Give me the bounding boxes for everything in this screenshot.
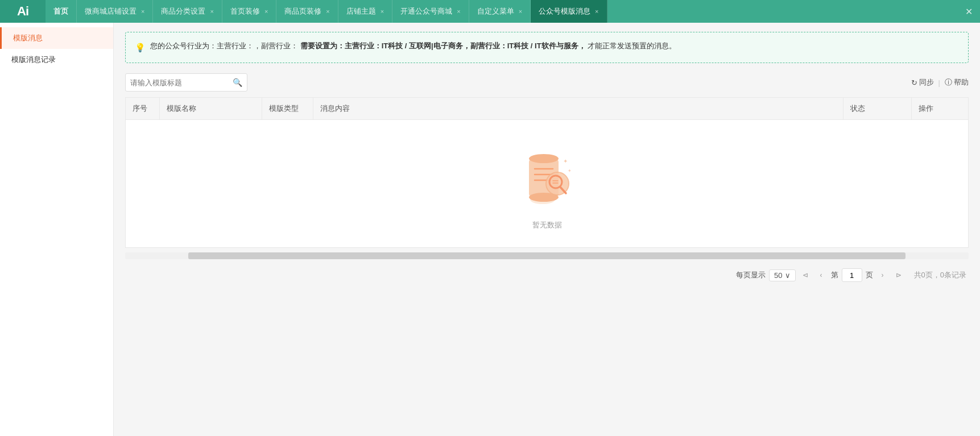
app-logo: Ai <box>0 0 46 23</box>
close-home-decoration-icon[interactable]: × <box>264 8 268 15</box>
close-custom-menu-icon[interactable]: × <box>519 8 522 15</box>
per-page-label: 每页显示 <box>736 270 766 280</box>
nav-tab-shop-settings-label: 微商城店铺设置 <box>85 6 137 16</box>
help-circle-icon: ⓘ <box>945 77 952 88</box>
nav-tab-template-message-label: 公众号模版消息 <box>539 6 590 16</box>
search-input-wrap[interactable]: 🔍 <box>125 73 247 92</box>
nav-tab-product-decoration-label: 商品页装修 <box>284 6 321 16</box>
close-open-wechat-mall-icon[interactable]: × <box>457 8 460 15</box>
sync-label: 同步 <box>919 77 934 88</box>
last-page-button[interactable]: ⊳ <box>892 269 905 281</box>
pagination: 每页显示 50 ∨ ⊲ ‹ 第 页 › ⊳ 共0页，0条记录 <box>125 264 969 286</box>
bulb-icon: 💡 <box>135 41 146 55</box>
svg-text:✦: ✦ <box>563 158 568 164</box>
per-page-value: 50 <box>774 271 782 280</box>
col-header-status: 状态 <box>843 98 912 120</box>
svg-text:✦: ✦ <box>568 168 572 173</box>
sync-button[interactable]: ↻ 同步 <box>911 77 934 88</box>
close-all-tabs-button[interactable]: ✕ <box>957 0 980 23</box>
per-page-dropdown-icon: ∨ <box>785 271 791 280</box>
nav-tab-home-decoration[interactable]: 首页装修 × <box>222 0 276 23</box>
sidebar-item-template-message-record[interactable]: 模版消息记录 <box>0 49 113 70</box>
page-number-input[interactable] <box>842 268 862 282</box>
toolbar: 🔍 ↻ 同步 | ⓘ 帮助 <box>125 73 969 92</box>
table-header-row: 序号 模版名称 模版类型 消息内容 状态 操作 <box>126 98 969 120</box>
nav-tab-store-theme-label: 店铺主题 <box>346 6 376 16</box>
close-product-decoration-icon[interactable]: × <box>326 8 329 15</box>
empty-illustration: ✦ ✦ <box>513 143 581 211</box>
nav-tab-custom-menu[interactable]: 自定义菜单 × <box>469 0 531 23</box>
nav-tab-open-wechat-mall[interactable]: 开通公众号商城 × <box>392 0 469 23</box>
nav-tabs: 首页 微商城店铺设置 × 商品分类设置 × 首页装修 × 商品页装修 × 店铺主… <box>46 0 957 23</box>
data-table: 序号 模版名称 模版类型 消息内容 状态 操作 <box>125 97 969 248</box>
nav-tab-home-label: 首页 <box>53 6 68 16</box>
info-banner-highlight: 需要设置为：主营行业：IT科技 / 互联网|电子商务，副营行业：IT科技 / I… <box>300 41 586 50</box>
col-header-name: 模版名称 <box>160 98 262 120</box>
scrollbar-thumb[interactable] <box>188 252 905 259</box>
nav-tab-shop-settings[interactable]: 微商城店铺设置 × <box>77 0 153 23</box>
horizontal-scrollbar[interactable] <box>125 252 969 259</box>
col-header-type: 模版类型 <box>262 98 313 120</box>
search-input[interactable] <box>130 78 233 87</box>
nav-tab-home[interactable]: 首页 <box>46 0 77 23</box>
nav-tab-home-decoration-label: 首页装修 <box>230 6 260 16</box>
svg-point-2 <box>529 154 559 163</box>
info-banner-text: 您的公众号行业为：主营行业：，副营行业： 需要设置为：主营行业：IT科技 / 互… <box>150 40 676 52</box>
sidebar-item-template-message[interactable]: 模版消息 <box>0 27 113 49</box>
help-button[interactable]: ⓘ 帮助 <box>945 77 969 88</box>
close-shop-settings-icon[interactable]: × <box>141 8 144 15</box>
sync-icon: ↻ <box>911 78 917 87</box>
empty-text: 暂无数据 <box>532 220 562 230</box>
toolbar-left: 🔍 <box>125 73 247 92</box>
sidebar: 模版消息 模版消息记录 <box>0 23 114 436</box>
empty-state: ✦ ✦ 暂无数据 <box>126 120 968 247</box>
total-info: 共0页，0条记录 <box>914 270 966 280</box>
empty-svg: ✦ ✦ <box>513 143 581 211</box>
nav-tab-store-theme[interactable]: 店铺主题 × <box>338 0 392 23</box>
next-page-button[interactable]: › <box>876 269 889 281</box>
page-label-prefix: 第 <box>831 270 838 280</box>
first-page-button[interactable]: ⊲ <box>799 269 812 281</box>
close-category-settings-icon[interactable]: × <box>210 8 213 15</box>
page-label-suffix: 页 <box>866 270 873 280</box>
nav-tab-template-message[interactable]: 公众号模版消息 × <box>531 0 607 23</box>
col-header-index: 序号 <box>126 98 160 120</box>
nav-tab-custom-menu-label: 自定义菜单 <box>477 6 514 16</box>
info-banner: 💡 您的公众号行业为：主营行业：，副营行业： 需要设置为：主营行业：IT科技 /… <box>125 32 969 63</box>
help-label: 帮助 <box>954 77 969 88</box>
col-header-content: 消息内容 <box>313 98 843 120</box>
content-area: 💡 您的公众号行业为：主营行业：，副营行业： 需要设置为：主营行业：IT科技 /… <box>114 23 980 436</box>
empty-state-row: ✦ ✦ 暂无数据 <box>126 120 969 248</box>
close-template-message-icon[interactable]: × <box>595 8 598 15</box>
prev-page-button[interactable]: ‹ <box>815 269 828 281</box>
close-store-theme-icon[interactable]: × <box>381 8 384 15</box>
per-page-select[interactable]: 50 ∨ <box>769 269 795 281</box>
top-nav-bar: Ai 首页 微商城店铺设置 × 商品分类设置 × 首页装修 × 商品页装修 × … <box>0 0 980 23</box>
sidebar-item-template-message-label: 模版消息 <box>13 34 43 42</box>
nav-tab-category-settings-label: 商品分类设置 <box>161 6 205 16</box>
toolbar-right: ↻ 同步 | ⓘ 帮助 <box>911 77 969 88</box>
sidebar-item-template-message-record-label: 模版消息记录 <box>11 55 56 64</box>
col-header-action: 操作 <box>912 98 969 120</box>
nav-tab-open-wechat-mall-label: 开通公众号商城 <box>400 6 452 16</box>
search-icon[interactable]: 🔍 <box>233 78 242 87</box>
main-layout: 模版消息 模版消息记录 💡 您的公众号行业为：主营行业：，副营行业： 需要设置为… <box>0 23 980 436</box>
nav-tab-product-decoration[interactable]: 商品页装修 × <box>276 0 338 23</box>
nav-tab-category-settings[interactable]: 商品分类设置 × <box>153 0 222 23</box>
toolbar-divider: | <box>938 78 940 87</box>
